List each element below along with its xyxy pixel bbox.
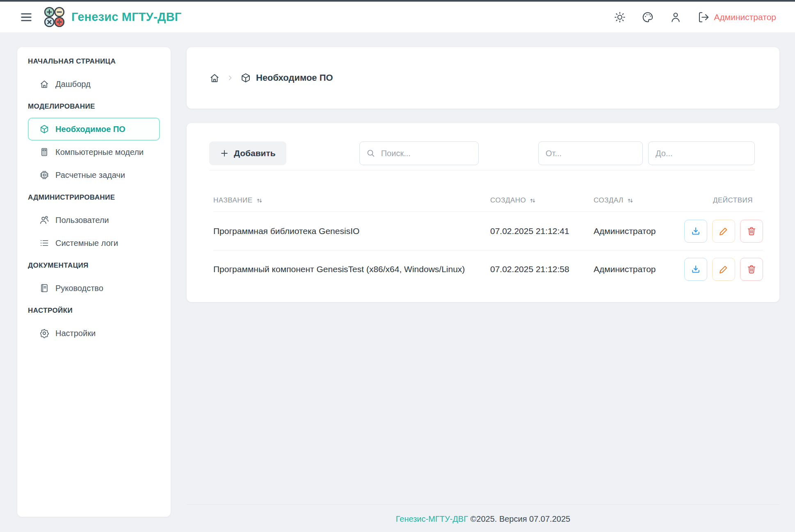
footer-brand-link[interactable]: Генезис-МГТУ-ДВГ <box>396 514 468 523</box>
add-button[interactable]: Добавить <box>209 141 286 165</box>
palette-icon <box>642 11 654 23</box>
users-icon <box>39 215 49 225</box>
cell-creator: Администратор <box>594 264 679 274</box>
cell-created: 07.02.2025 21:12:58 <box>490 264 594 274</box>
sidebar-item-label: Необходимое ПО <box>55 125 126 134</box>
add-button-label: Добавить <box>234 148 276 158</box>
date-to-input[interactable] <box>648 141 755 165</box>
sidebar-item-label: Расчетные задачи <box>55 171 125 180</box>
app-title: Генезис МГТУ-ДВГ <box>71 10 181 24</box>
date-from-input[interactable] <box>538 141 643 165</box>
current-user-label[interactable]: Администратор <box>714 12 776 22</box>
breadcrumb-current-label: Необходимое ПО <box>256 73 333 83</box>
menu-toggle-button[interactable] <box>19 11 33 23</box>
table-header-row: НАЗВАНИЕ СОЗДАНО СОЗДАЛ ДЕЙСТВИЯ <box>213 189 763 212</box>
delete-button[interactable] <box>740 258 763 281</box>
sort-icon <box>626 197 634 205</box>
logout-icon <box>697 11 710 23</box>
download-button[interactable] <box>684 220 707 243</box>
sidebar-item-system-logs[interactable]: Системные логи <box>28 232 160 255</box>
list-icon <box>39 238 49 248</box>
sidebar-item-label: Настройки <box>55 329 96 338</box>
breadcrumb-card: Необходимое ПО <box>187 47 779 109</box>
sort-icon <box>529 197 537 205</box>
edit-button[interactable] <box>712 258 735 281</box>
sidebar-heading-home: НАЧАЛЬНАЯ СТРАНИЦА <box>28 50 160 73</box>
layout: НАЧАЛЬНАЯ СТРАНИЦА Дашборд МОДЕЛИРОВАНИЕ… <box>0 32 795 524</box>
footer-text: ©2025. Версия 07.07.2025 <box>471 514 571 523</box>
cell-name: Программная библиотека GenesisIO <box>213 226 490 236</box>
table-row: Программная библиотека GenesisIO 07.02.2… <box>213 212 763 250</box>
calculator-icon <box>39 147 49 157</box>
menu-icon <box>19 11 33 23</box>
logout-group: Администратор <box>697 11 776 23</box>
column-header-name[interactable]: НАЗВАНИЕ <box>213 196 490 205</box>
search-box <box>359 141 479 165</box>
table-toolbar: Добавить <box>209 141 755 171</box>
sidebar-item-required-software[interactable]: Необходимое ПО <box>28 118 160 141</box>
column-header-created[interactable]: СОЗДАНО <box>490 196 594 205</box>
cube-icon <box>240 73 251 83</box>
sidebar-item-label: Компьютерные модели <box>55 148 144 157</box>
cpu-icon <box>39 170 49 180</box>
edit-icon <box>718 226 729 236</box>
profile-button[interactable] <box>669 11 682 23</box>
chevron-right-icon <box>226 74 234 82</box>
palette-button[interactable] <box>642 11 654 23</box>
theme-sun-icon <box>614 11 626 23</box>
cube-icon <box>39 124 49 134</box>
sort-icon <box>256 197 263 205</box>
footer: Генезис-МГТУ-ДВГ ©2025. Версия 07.07.202… <box>187 504 779 524</box>
sidebar-item-label: Системные логи <box>55 239 118 248</box>
column-header-label: СОЗДАЛ <box>594 196 624 205</box>
main-content: Необходимое ПО Добавить НАЗВА <box>187 47 779 524</box>
cell-name: Программный компонент GenesisTest (x86/x… <box>213 264 490 274</box>
download-button[interactable] <box>684 258 707 281</box>
sidebar-item-label: Дашборд <box>55 80 91 89</box>
topbar: Генезис МГТУ-ДВГ Администратор <box>0 0 795 32</box>
cell-actions <box>679 258 763 281</box>
sidebar: НАЧАЛЬНАЯ СТРАНИЦА Дашборд МОДЕЛИРОВАНИЕ… <box>17 47 171 517</box>
topbar-actions: Администратор <box>614 11 776 23</box>
sidebar-item-computation-tasks[interactable]: Расчетные задачи <box>28 164 160 186</box>
sidebar-item-dashboard[interactable]: Дашборд <box>28 73 160 95</box>
brand[interactable]: Генезис МГТУ-ДВГ <box>43 6 181 28</box>
table-row: Программный компонент GenesisTest (x86/x… <box>213 250 763 288</box>
column-header-label: ДЕЙСТВИЯ <box>713 196 753 205</box>
column-header-label: СОЗДАНО <box>490 196 526 205</box>
trash-icon <box>746 226 757 236</box>
download-icon <box>690 264 701 275</box>
sidebar-heading-documentation: ДОКУМЕНТАЦИЯ <box>28 255 160 277</box>
breadcrumb: Необходимое ПО <box>209 73 333 83</box>
trash-icon <box>746 264 757 275</box>
edit-icon <box>718 264 729 275</box>
gear-icon <box>39 328 49 338</box>
search-input[interactable] <box>359 141 479 165</box>
app-logo-icon <box>43 6 65 28</box>
sidebar-item-manual[interactable]: Руководство <box>28 277 160 300</box>
delete-button[interactable] <box>740 220 763 243</box>
column-header-creator[interactable]: СОЗДАЛ <box>594 196 679 205</box>
sidebar-heading-modeling: МОДЕЛИРОВАНИЕ <box>28 95 160 118</box>
column-header-label: НАЗВАНИЕ <box>213 196 253 205</box>
software-table-card: Добавить НАЗВАНИЕ СОЗДАНО <box>187 123 779 302</box>
sidebar-item-label: Руководство <box>55 284 103 293</box>
breadcrumb-home-link[interactable] <box>209 73 220 83</box>
cell-created: 07.02.2025 21:12:41 <box>490 226 594 236</box>
theme-toggle-button[interactable] <box>614 11 626 23</box>
home-icon <box>39 79 49 89</box>
user-icon <box>669 11 682 23</box>
breadcrumb-current: Необходимое ПО <box>240 73 333 83</box>
sidebar-heading-administration: АДМИНИСТРИРОВАНИЕ <box>28 186 160 209</box>
plus-icon <box>220 149 229 158</box>
sidebar-item-settings[interactable]: Настройки <box>28 322 160 345</box>
sidebar-item-users[interactable]: Пользователи <box>28 209 160 232</box>
sidebar-item-label: Пользователи <box>55 216 109 225</box>
cell-creator: Администратор <box>594 226 679 236</box>
sidebar-heading-settings: НАСТРОЙКИ <box>28 300 160 322</box>
logout-button[interactable] <box>697 11 710 23</box>
book-icon <box>39 283 49 293</box>
sidebar-item-computer-models[interactable]: Компьютерные модели <box>28 141 160 164</box>
edit-button[interactable] <box>712 220 735 243</box>
column-header-actions: ДЕЙСТВИЯ <box>679 196 763 205</box>
